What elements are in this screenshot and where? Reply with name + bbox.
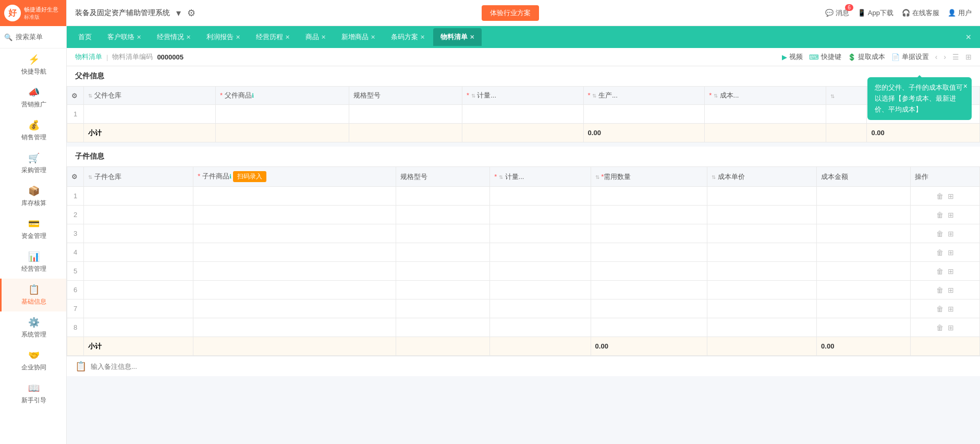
child-cell-spec-5[interactable] [396,262,490,281]
nav-menu-btn[interactable]: ☰ [952,53,959,61]
nav-tab-close-1[interactable]: ✕ [137,34,141,41]
child-cell-goods-2[interactable] [193,206,396,224]
child-cell-unit-cost-4[interactable] [707,243,816,262]
parent-cell-unit[interactable] [462,105,583,124]
child-cell-spec-7[interactable] [396,299,490,318]
parent-th-settings[interactable]: ⚙ [67,87,84,105]
child-cell-goods-1[interactable] [193,187,396,206]
sidebar-item-9[interactable]: 🤝企业协同 [0,344,66,377]
nav-tab-close-7[interactable]: ✕ [420,34,425,41]
child-cell-unit-cost-2[interactable] [707,206,816,224]
child-cell-goods-8[interactable] [193,318,396,337]
nav-tab-4[interactable]: 经营历程✕ [249,28,297,46]
nav-tab-close-5[interactable]: ✕ [321,34,326,41]
close-tab-icon[interactable]: ✕ [961,33,976,41]
parent-cell-warehouse[interactable] [84,105,216,124]
child-cell-quantity-6[interactable] [591,281,707,299]
messages-button[interactable]: 💬 消息 6 [825,8,849,18]
child-cell-goods-7[interactable] [193,299,396,318]
parent-cell-production[interactable] [583,105,705,124]
child-cell-unit-8[interactable] [490,318,591,337]
header-gear-icon[interactable]: ⚙ [187,7,195,19]
nav-tab-close-8[interactable]: ✕ [470,34,474,41]
search-menu-button[interactable]: 🔍 搜索菜单 [4,30,62,44]
child-cell-unit-7[interactable] [490,299,591,318]
child-cell-spec-1[interactable] [396,187,490,206]
sidebar-item-5[interactable]: 💳资金管理 [0,213,66,246]
nav-tab-2[interactable]: 经营情况✕ [150,28,198,46]
nav-tab-5[interactable]: 商品✕ [298,28,333,46]
child-cell-spec-4[interactable] [396,243,490,262]
child-cell-spec-2[interactable] [396,206,490,224]
child-cell-spec-3[interactable] [396,224,490,243]
child-cell-goods-3[interactable] [193,224,396,243]
copy-icon-4[interactable]: ⊞ [948,248,954,257]
copy-icon-2[interactable]: ⊞ [948,211,954,219]
child-cell-unit-cost-8[interactable] [707,318,816,337]
child-cell-unit-1[interactable] [490,187,591,206]
child-cell-quantity-5[interactable] [591,262,707,281]
child-cell-warehouse-7[interactable] [84,299,193,318]
child-cell-warehouse-8[interactable] [84,318,193,337]
nav-tab-7[interactable]: 条码方案✕ [384,28,432,46]
child-cell-quantity-3[interactable] [591,224,707,243]
child-cell-goods-6[interactable] [193,281,396,299]
child-cell-quantity-4[interactable] [591,243,707,262]
child-cell-warehouse-5[interactable] [84,262,193,281]
tooltip-close-btn[interactable]: × [963,80,967,92]
parent-cell-goods[interactable] [216,105,349,124]
child-cell-unit-cost-1[interactable] [707,187,816,206]
delete-icon-7[interactable]: 🗑 [936,305,944,313]
child-cell-warehouse-1[interactable] [84,187,193,206]
delete-icon-1[interactable]: 🗑 [936,192,944,200]
copy-icon-5[interactable]: ⊞ [948,267,954,275]
child-cell-goods-4[interactable] [193,243,396,262]
child-cell-unit-3[interactable] [490,224,591,243]
user-area[interactable]: 👤 用户 [948,8,972,18]
header-dropdown-icon[interactable]: ▾ [176,7,181,19]
nav-tab-close-4[interactable]: ✕ [285,34,290,41]
scan-input-btn[interactable]: 扫码录入 [233,171,266,182]
app-download-button[interactable]: 📱 App下载 [858,8,893,18]
parent-cell-spec[interactable] [349,105,462,124]
online-support-button[interactable]: 🎧 在线客服 [902,8,939,18]
delete-icon-2[interactable]: 🗑 [936,211,944,219]
nav-next-btn[interactable]: › [944,53,946,61]
nav-tab-close-3[interactable]: ✕ [236,34,240,41]
nav-tab-8[interactable]: 物料清单✕ [433,28,482,46]
nav-tab-close-2[interactable]: ✕ [186,34,191,41]
copy-icon-7[interactable]: ⊞ [948,305,954,313]
copy-icon-6[interactable]: ⊞ [948,286,954,294]
breadcrumb-item[interactable]: 物料清单 [75,52,102,62]
child-cell-goods-5[interactable] [193,262,396,281]
copy-icon-8[interactable]: ⊞ [948,323,954,332]
child-cell-unit-cost-3[interactable] [707,224,816,243]
nav-tab-0[interactable]: 首页 [71,28,99,46]
child-cell-unit-cost-5[interactable] [707,262,816,281]
child-cell-warehouse-3[interactable] [84,224,193,243]
nav-prev-btn[interactable]: ‹ [935,53,938,61]
child-cell-quantity-8[interactable] [591,318,707,337]
child-cell-quantity-7[interactable] [591,299,707,318]
delete-icon-6[interactable]: 🗑 [936,286,944,294]
delete-icon-4[interactable]: 🗑 [936,248,944,257]
child-cell-unit-cost-6[interactable] [707,281,816,299]
delete-icon-5[interactable]: 🗑 [936,267,944,275]
try-button[interactable]: 体验行业方案 [482,5,539,21]
remark-input[interactable] [91,363,972,370]
copy-icon-1[interactable]: ⊞ [948,192,954,200]
sidebar-item-1[interactable]: 📣营销推广 [0,81,66,114]
child-cell-quantity-2[interactable] [591,206,707,224]
parent-cell-cost[interactable] [705,105,826,124]
sidebar-item-6[interactable]: 📊经营管理 [0,246,66,279]
child-cell-warehouse-6[interactable] [84,281,193,299]
child-cell-unit-5[interactable] [490,262,591,281]
nav-close-btn[interactable]: ⊞ [965,53,972,61]
delete-icon-3[interactable]: 🗑 [936,230,944,238]
sidebar-item-4[interactable]: 📦库存核算 [0,180,66,213]
sidebar-item-3[interactable]: 🛒采购管理 [0,147,66,180]
child-cell-warehouse-4[interactable] [84,243,193,262]
sidebar-item-7[interactable]: 📋基础信息 [0,279,66,311]
toolbar-shortcut-btn[interactable]: ⌨ 快捷键 [809,52,841,62]
nav-tab-3[interactable]: 利润报告✕ [199,28,248,46]
